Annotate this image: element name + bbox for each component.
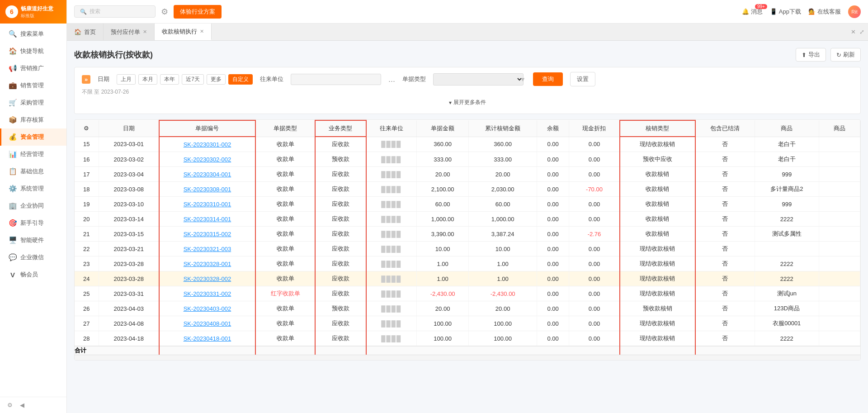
filter-collapse-icon[interactable]: » — [82, 75, 90, 84]
col-header-bill-type[interactable]: 单据类型 — [255, 120, 315, 137]
bill-no-link[interactable]: SK-20230302-002 — [184, 156, 231, 163]
bill-no-link[interactable]: SK-20230328-001 — [184, 261, 231, 267]
gear-icon[interactable]: ⚙ — [161, 7, 168, 17]
col-header-bill-no[interactable]: 单据编号 — [159, 120, 255, 137]
sidebar-item-member[interactable]: V畅会员 — [0, 266, 66, 283]
bill-no-link[interactable]: SK-20230301-002 — [184, 141, 231, 148]
date-btn-more[interactable]: 更多 — [207, 74, 226, 85]
bill-no-link[interactable]: SK-20230315-002 — [184, 231, 231, 237]
col-header-amount[interactable]: 单据金额 — [416, 120, 468, 137]
expand-conditions-btn[interactable]: ▾ 展开更多条件 — [449, 99, 486, 106]
cell-bill-no[interactable]: SK-20230308-001 — [159, 182, 255, 197]
cell-no: 15 — [75, 137, 99, 152]
sidebar-item-marketing[interactable]: 📢营销推广 — [0, 60, 66, 77]
cell-bill-no[interactable]: SK-20230301-002 — [159, 137, 255, 152]
bill-no-link[interactable]: SK-20230418-001 — [184, 335, 231, 342]
logo-icon: 6 — [5, 5, 18, 18]
cell-bill-no[interactable]: SK-20230408-001 — [159, 316, 255, 331]
dots-icon[interactable]: ... — [388, 75, 395, 84]
message-badge[interactable]: 🔔 99+ 消息 — [742, 8, 763, 16]
table-row: 282023-04-18SK-20230418-001收款单应收款████100… — [75, 331, 860, 347]
online-service[interactable]: 💁 在线客服 — [808, 8, 841, 16]
cell-bill-no[interactable]: SK-20230331-002 — [159, 286, 255, 301]
topbar-search[interactable]: 🔍 搜索 — [74, 5, 156, 18]
cell-verified: -2,430.00 — [469, 286, 537, 301]
date-btn-last-month[interactable]: 上月 — [117, 74, 136, 85]
col-header-goods[interactable]: 商品 — [755, 120, 819, 137]
sidebar-item-finance[interactable]: 💰资金管理 — [0, 128, 66, 146]
tab-home[interactable]: 🏠 首页 — [67, 24, 104, 40]
date-btn-custom[interactable]: 自定义 — [228, 74, 253, 85]
bill-no-link[interactable]: SK-20230314-001 — [184, 216, 231, 223]
cell-bill-no[interactable]: SK-20230302-002 — [159, 152, 255, 167]
tab-close-prepay[interactable]: ✕ — [143, 29, 147, 35]
date-btn-7days[interactable]: 近7天 — [182, 74, 204, 85]
sidebar-item-inventory[interactable]: 📦库存核算 — [0, 111, 66, 128]
tabs-bar: 🏠 首页 预付应付单 ✕ 收款核销执行 ✕ ✕ ⤢ — [67, 24, 868, 41]
cell-no: 24 — [75, 271, 99, 286]
cell-balance: 0.00 — [537, 227, 569, 242]
app-download[interactable]: 📱 App下载 — [770, 8, 801, 16]
sidebar-item-sales[interactable]: 💼销售管理 — [0, 77, 66, 94]
cell-bill-no[interactable]: SK-20230310-001 — [159, 197, 255, 212]
bill-no-link[interactable]: SK-20230308-001 — [184, 186, 231, 193]
cell-goods-img — [819, 152, 860, 167]
sidebar-item-search[interactable]: 🔍搜索菜单 — [0, 25, 66, 43]
export-button[interactable]: ⬆ 导出 — [796, 48, 826, 62]
marketing-icon: 📢 — [9, 64, 17, 72]
sidebar-item-operations[interactable]: 📊经营管理 — [0, 146, 66, 163]
bill-no-link[interactable]: SK-20230304-001 — [184, 171, 231, 178]
query-button[interactable]: 查询 — [533, 72, 563, 86]
sidebar-item-wechat[interactable]: 💬企业微信 — [0, 249, 66, 266]
col-header-verified[interactable]: 累计核销金额 — [469, 120, 537, 137]
industry-btn[interactable]: 体验行业方案 — [174, 5, 222, 19]
sidebar-item-label: 基础信息 — [20, 167, 44, 176]
counterparty-input[interactable] — [291, 74, 381, 85]
cell-bill-no[interactable]: SK-20230321-003 — [159, 242, 255, 256]
close-icon[interactable]: ✕ — [851, 28, 856, 35]
expand-icon[interactable]: ⤢ — [859, 28, 864, 35]
bill-no-link[interactable]: SK-20230408-001 — [184, 320, 231, 327]
refresh-button[interactable]: ↻ 刷新 — [830, 48, 861, 62]
tab-prepay[interactable]: 预付应付单 ✕ — [104, 24, 155, 40]
col-header-balance[interactable]: 余额 — [537, 120, 569, 137]
col-header-include-cleared[interactable]: 包含已结清 — [695, 120, 755, 137]
sidebar-item-hardware[interactable]: 🖥️智能硬件 — [0, 232, 66, 249]
user-avatar[interactable]: Rit — [848, 5, 861, 18]
bill-no-link[interactable]: SK-20230403-002 — [184, 305, 231, 312]
bill-no-link[interactable]: SK-20230331-002 — [184, 290, 231, 297]
cell-verified: 3,387.24 — [469, 227, 537, 242]
sidebar-item-guide[interactable]: 🎯新手引导 — [0, 214, 66, 232]
cell-bill-no[interactable]: SK-20230418-001 — [159, 331, 255, 347]
col-header-date[interactable]: 日期 — [99, 120, 159, 137]
cell-bill-no[interactable]: SK-20230328-002 — [159, 271, 255, 286]
collapse-icon[interactable]: ◀ — [20, 402, 24, 408]
col-header-goods2[interactable]: 商品 — [819, 120, 860, 137]
sidebar-item-quick-nav[interactable]: 🏠快捷导航 — [0, 43, 66, 60]
settings-button[interactable]: 设置 — [570, 72, 595, 86]
cell-bill-no[interactable]: SK-20230304-001 — [159, 167, 255, 182]
bill-no-link[interactable]: SK-20230328-002 — [184, 275, 231, 282]
col-header-verify-type[interactable]: 核销类型 — [620, 120, 695, 137]
bill-no-link[interactable]: SK-20230321-003 — [184, 246, 231, 252]
date-btn-this-month[interactable]: 本月 — [138, 74, 157, 85]
tab-close-receipt-verify[interactable]: ✕ — [200, 28, 204, 34]
col-header-counterparty[interactable]: 往来单位 — [366, 120, 417, 137]
bill-type-select[interactable] — [433, 73, 524, 85]
sidebar-item-basic-info[interactable]: 📋基础信息 — [0, 163, 66, 180]
tab-receipt-verify[interactable]: 收款核销执行 ✕ — [155, 24, 212, 40]
horizontal-scrollbar[interactable] — [75, 355, 860, 360]
col-header-discount[interactable]: 现金折扣 — [569, 120, 620, 137]
cell-bill-no[interactable]: SK-20230315-002 — [159, 227, 255, 242]
cell-bill-no[interactable]: SK-20230328-001 — [159, 256, 255, 271]
sidebar-item-corp[interactable]: 🏢企业协同 — [0, 197, 66, 214]
date-btn-this-year[interactable]: 本年 — [160, 74, 179, 85]
sidebar-item-purchase[interactable]: 🛒采购管理 — [0, 94, 66, 111]
settings-icon[interactable]: ⚙ — [7, 402, 13, 408]
col-header-biz-type[interactable]: 业务类型 — [315, 120, 366, 137]
bill-no-link[interactable]: SK-20230310-001 — [184, 201, 231, 208]
sidebar-item-system[interactable]: ⚙️系统管理 — [0, 180, 66, 197]
cell-bill-no[interactable]: SK-20230314-001 — [159, 212, 255, 227]
col-header-gear[interactable]: ⚙ — [75, 120, 99, 137]
cell-bill-no[interactable]: SK-20230403-002 — [159, 301, 255, 316]
